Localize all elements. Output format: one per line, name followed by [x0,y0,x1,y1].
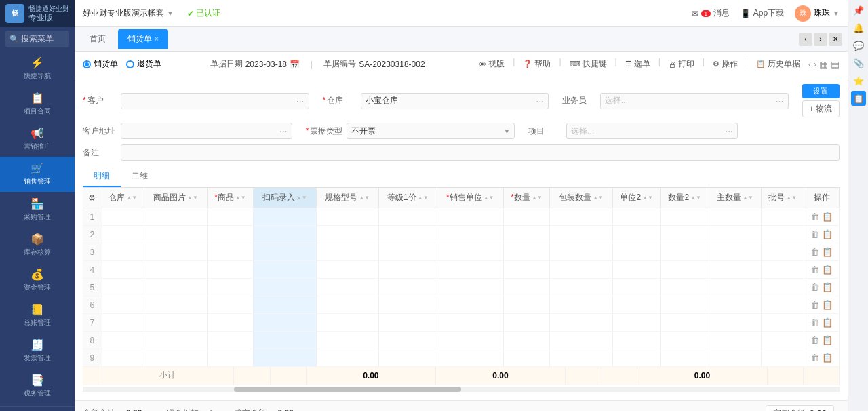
row-pack-qty[interactable] [550,279,612,296]
right-panel-btn-3[interactable]: 💬 [851,38,866,53]
row-main-qty[interactable] [709,349,762,367]
settings-button[interactable]: 设置 [802,84,840,98]
radio-return-order[interactable]: 退货单 [126,58,161,70]
row-batch[interactable] [762,243,804,261]
row-warehouse[interactable] [102,226,144,243]
row-batch[interactable] [762,332,804,349]
row-image[interactable] [144,279,207,296]
row-unit2[interactable] [612,279,660,296]
right-panel-btn-4[interactable]: 📎 [851,56,866,71]
row-pack-qty[interactable] [550,314,612,332]
row-unit2[interactable] [612,349,660,367]
row-qty[interactable] [503,349,550,367]
row-price[interactable] [378,226,437,243]
row-pack-qty[interactable] [550,226,612,243]
project-input[interactable]: 选择... ··· [566,123,738,139]
row-main-qty[interactable] [709,332,762,349]
row-sales-unit[interactable] [437,349,503,367]
row-copy-icon[interactable]: 📋 [822,229,833,239]
row-spec[interactable] [316,296,378,314]
row-unit2[interactable] [612,261,660,279]
row-batch[interactable] [762,296,804,314]
row-spec[interactable] [316,314,378,332]
row-price[interactable] [378,261,437,279]
sidebar-item-tax[interactable]: 📑 税务管理 [0,368,75,404]
row-pack-qty[interactable] [550,243,612,261]
sidebar-item-purchase[interactable]: 🏪 采购管理 [0,192,75,227]
logistics-button[interactable]: + 物流 [802,100,840,117]
sidebar-item-inventory[interactable]: 📦 库存核算 [0,227,75,262]
tab-2d[interactable]: 二维 [121,166,159,187]
sidebar-item-accounting[interactable]: 📒 总账管理 [0,298,75,333]
project-dots-btn[interactable]: ··· [725,125,733,136]
app-download-button[interactable]: 📱 App下载 [741,7,784,19]
row-delete-icon[interactable]: 🗑 [810,317,819,328]
remark-input[interactable] [121,144,840,161]
row-image[interactable] [144,226,207,243]
tab-detail[interactable]: 明细 [83,166,121,187]
sidebar-item-invoice[interactable]: 🧾 发票管理 [0,333,75,368]
right-panel-btn-2[interactable]: 🔔 [851,20,866,35]
row-product[interactable] [207,208,254,226]
row-pack-qty[interactable] [550,208,612,226]
row-spec[interactable] [316,208,378,226]
row-unit2[interactable] [612,332,660,349]
row-delete-icon[interactable]: 🗑 [810,212,819,222]
row-image[interactable] [144,296,207,314]
row-product[interactable] [207,279,254,296]
warehouse-dots-btn[interactable]: ··· [536,96,544,106]
row-delete-icon[interactable]: 🗑 [810,229,819,239]
messages-button[interactable]: ✉ 1 消息 [692,7,730,19]
row-unit2[interactable] [612,226,660,243]
right-panel-btn-5[interactable]: ⭐ [851,73,866,88]
row-warehouse[interactable] [102,279,144,296]
row-copy-icon[interactable]: 📋 [822,335,833,345]
row-warehouse[interactable] [102,332,144,349]
company-dropdown-icon[interactable]: ▼ [167,9,174,17]
row-copy-icon[interactable]: 📋 [822,282,833,292]
row-image[interactable] [144,243,207,261]
row-main-qty[interactable] [709,243,762,261]
row-qty2[interactable] [660,332,709,349]
row-delete-icon[interactable]: 🗑 [810,247,819,257]
row-sales-unit[interactable] [437,279,503,296]
row-warehouse[interactable] [102,314,144,332]
row-copy-icon[interactable]: 📋 [822,212,833,222]
row-batch-import[interactable] [254,279,316,296]
row-qty2[interactable] [660,314,709,332]
toolbar-view-btn[interactable]: 👁 视版 [473,57,510,71]
row-batch[interactable] [762,279,804,296]
user-profile[interactable]: 珠 珠珠 ▼ [795,5,840,22]
row-copy-icon[interactable]: 📋 [822,265,833,275]
row-image[interactable] [144,208,207,226]
right-panel-btn-active[interactable]: 📋 [851,91,866,106]
sidebar-item-marketing[interactable]: 📢 营销推广 [0,121,75,157]
row-spec[interactable] [316,261,378,279]
row-image[interactable] [144,314,207,332]
sidebar-search-button[interactable]: 🔍 搜索菜单 [5,31,69,47]
row-unit2[interactable] [612,296,660,314]
row-batch[interactable] [762,349,804,367]
row-main-qty[interactable] [709,226,762,243]
tab-prev-button[interactable]: ‹ [799,33,812,46]
row-spec[interactable] [316,349,378,367]
th-gear[interactable]: ⚙ [83,188,102,208]
row-main-qty[interactable] [709,314,762,332]
row-sales-unit[interactable] [437,314,503,332]
row-product[interactable] [207,314,254,332]
customer-dots-btn[interactable]: ··· [296,96,304,106]
row-warehouse[interactable] [102,349,144,367]
row-qty2[interactable] [660,349,709,367]
row-unit2[interactable] [612,208,660,226]
row-price[interactable] [378,332,437,349]
row-batch[interactable] [762,208,804,226]
row-batch-import[interactable] [254,261,316,279]
row-sales-unit[interactable] [437,243,503,261]
row-copy-icon[interactable]: 📋 [822,247,833,257]
toolbar-help-btn[interactable]: ❓ 帮助 [517,57,556,71]
row-qty2[interactable] [660,208,709,226]
row-main-qty[interactable] [709,296,762,314]
row-price[interactable] [378,279,437,296]
salesperson-input[interactable]: 选择... ··· [600,93,789,109]
row-pack-qty[interactable] [550,349,612,367]
